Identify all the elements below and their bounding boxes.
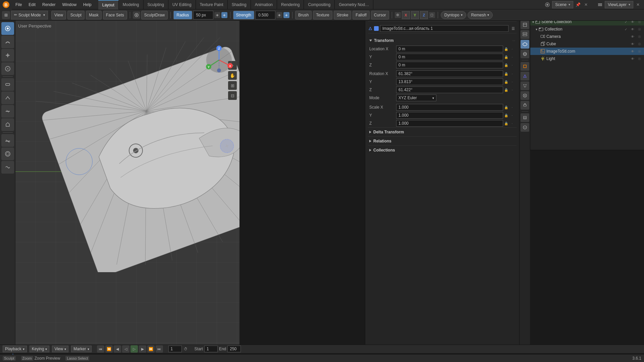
remesh-btn[interactable]: Remesh ▾ (468, 11, 493, 19)
tool-draw[interactable] (1, 22, 14, 35)
rotation-y-value[interactable]: 13.813° (396, 78, 503, 85)
texture-btn[interactable]: Texture (313, 11, 332, 19)
transform-section-header[interactable]: Transform ··· (368, 36, 517, 45)
view-layer-icon[interactable] (597, 1, 603, 8)
tab-modeling[interactable]: Modeling (119, 0, 144, 9)
next-key-btn[interactable]: ▶ (139, 345, 146, 353)
location-y-dot[interactable]: · (510, 55, 515, 59)
scene-selector[interactable]: Scene ▾ (552, 1, 573, 8)
viewport-icon[interactable]: ⊞ (2, 11, 10, 19)
mode-selector[interactable]: ✏ Sculpt Mode ▾ (11, 11, 48, 19)
scale-y-value[interactable]: 1.000 (396, 112, 503, 119)
cube-row[interactable]: Cube 👁 ☉ (530, 40, 644, 48)
tool-elastic[interactable] (1, 161, 14, 174)
blender-logo[interactable]: B (0, 0, 12, 9)
mirror-icon[interactable]: ◻ (429, 12, 435, 18)
location-z-value[interactable]: 0 m (396, 62, 503, 68)
next-frame-btn[interactable]: ⏩ (147, 345, 155, 353)
tab-compositing[interactable]: Compositing (304, 0, 335, 9)
scale-x-lock[interactable]: 🔒 (504, 105, 508, 110)
falloff-btn[interactable]: Falloff (353, 11, 369, 19)
scene-icon[interactable] (544, 1, 551, 8)
rotation-mode-value[interactable]: XYZ Euler ▾ (396, 95, 436, 101)
tool-inflate[interactable] (1, 62, 14, 75)
prop-output-btn[interactable] (521, 20, 529, 29)
tool-multires[interactable] (1, 147, 14, 160)
rotation-x-value[interactable]: 61.382° (396, 70, 503, 77)
scale-x-dot[interactable]: · (510, 105, 515, 110)
brush-btn[interactable]: Brush (295, 11, 312, 19)
location-x-value[interactable]: 0 m (396, 46, 503, 52)
prop-data-btn[interactable] (521, 113, 529, 122)
pin-icon[interactable]: 📌 (575, 1, 581, 8)
prev-key-btn[interactable]: ◀ (114, 345, 121, 353)
tool-flatten[interactable] (1, 105, 14, 118)
navigation-gizmo[interactable]: Z X Y (204, 45, 234, 75)
scale-z-value[interactable]: 1.000 (396, 120, 503, 127)
sculpt-button[interactable]: Sculpt (67, 11, 85, 19)
prop-particles-btn[interactable] (521, 81, 529, 90)
scale-z-lock[interactable]: 🔒 (504, 121, 508, 126)
frame-clock-icon[interactable]: ⏱ (182, 346, 189, 352)
location-y-value[interactable]: 0 m (396, 54, 503, 60)
menu-edit[interactable]: Edit (25, 0, 39, 9)
strength-btn[interactable]: Strength (233, 11, 254, 19)
close-scene-icon[interactable]: ✕ (583, 1, 589, 8)
camera-select[interactable]: ☉ (637, 34, 642, 39)
camera-eye[interactable]: 👁 (630, 34, 635, 39)
tool-pinch[interactable] (1, 49, 14, 62)
mask-button[interactable]: Mask (86, 11, 102, 19)
cube-select[interactable]: ☉ (637, 41, 642, 47)
rotation-z-dot[interactable]: · (510, 87, 515, 92)
radius-value[interactable]: 50 px (193, 11, 213, 19)
start-frame-field[interactable]: 1 (204, 346, 218, 352)
tool-smooth[interactable] (1, 36, 14, 48)
view-dropdown[interactable]: View ▾ (52, 346, 68, 352)
playback-dropdown[interactable]: Playback ▾ (3, 346, 27, 352)
axis-x-btn[interactable]: X (402, 11, 410, 19)
tab-layout[interactable]: Layout (98, 0, 119, 9)
relations-section[interactable]: Relations (368, 136, 517, 145)
tool-clay[interactable] (1, 78, 14, 91)
add-icon[interactable]: + (221, 12, 227, 18)
rotation-z-value[interactable]: 61.422° (396, 86, 503, 93)
location-x-dot[interactable]: · (510, 47, 515, 51)
cursor-btn[interactable]: Cursor (371, 11, 389, 19)
light-eye[interactable]: 👁 (630, 56, 635, 61)
jump-end-btn[interactable]: ⏭ (156, 345, 163, 353)
tool-name-btn[interactable]: SculptDraw (141, 11, 168, 19)
dyntopo-btn[interactable]: Dyntopo ▾ (441, 11, 466, 19)
tab-texture-paint[interactable]: Texture Paint (196, 0, 228, 9)
marker-dropdown[interactable]: Marker ▾ (71, 346, 91, 352)
menu-file[interactable]: File (12, 0, 25, 9)
strength-pressure-icon[interactable]: ◈ (276, 12, 282, 18)
strength-add-icon[interactable]: + (283, 12, 289, 18)
prop-world-btn[interactable] (521, 50, 529, 58)
strength-value[interactable]: 0.500 (255, 11, 275, 19)
tab-animation[interactable]: Animation (251, 0, 277, 9)
light-select[interactable]: ☉ (637, 56, 642, 61)
prev-frame-btn[interactable]: ⏪ (105, 345, 113, 353)
transform-icon[interactable]: ⊕ (395, 12, 401, 18)
axis-y-btn[interactable]: Y (411, 11, 419, 19)
menu-window[interactable]: Window (59, 0, 80, 9)
prop-scene-btn[interactable] (521, 40, 529, 49)
end-frame-field[interactable]: 250 (227, 346, 241, 352)
tool-crease[interactable] (1, 92, 14, 104)
scale-z-dot[interactable]: · (510, 121, 515, 126)
scale-y-lock[interactable]: 🔒 (504, 113, 508, 118)
rotation-x-dot[interactable]: · (510, 71, 515, 76)
keying-dropdown[interactable]: Keying ▾ (30, 346, 50, 352)
close-view-layer-icon[interactable]: ✕ (635, 1, 641, 8)
coll-check[interactable]: ✓ (623, 26, 629, 32)
imagetostl-eye[interactable]: 👁 (630, 49, 635, 54)
scale-x-value[interactable]: 1.000 (396, 104, 503, 111)
transform-options[interactable]: ··· (512, 39, 515, 43)
view-layer-selector[interactable]: ViewLayer ▾ (605, 1, 633, 8)
viewport[interactable]: User Perspective (15, 21, 239, 345)
tab-rendering[interactable]: Rendering (277, 0, 304, 9)
imagetostl-row[interactable]: ImageToStl.com 👁 ☉ (530, 48, 644, 55)
scale-y-dot[interactable]: · (510, 113, 515, 118)
imagetostl-select[interactable]: ☉ (637, 49, 642, 54)
radius-btn[interactable]: Radius (173, 11, 192, 19)
